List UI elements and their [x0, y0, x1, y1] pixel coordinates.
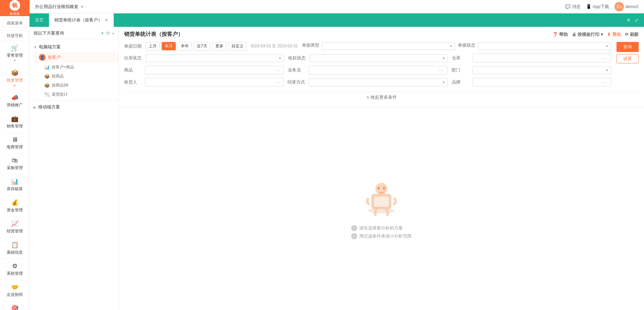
- date-btn-custom[interactable]: 自定义: [228, 42, 247, 50]
- download-icon: 📱: [586, 4, 591, 9]
- out-status-select[interactable]: ▾: [146, 54, 284, 62]
- receipt-status-select[interactable]: ▾: [310, 54, 448, 62]
- out-status-arrow: ▾: [279, 56, 281, 60]
- svg-point-5: [383, 187, 385, 190]
- tree-node-by-goods-99[interactable]: 📦 按商品99: [35, 81, 118, 90]
- filter-row-consignee: 收货人 ··· 结算方式 ▾ 品牌: [124, 78, 611, 87]
- date-btn-last-7days[interactable]: 近7天: [194, 42, 210, 50]
- settlement-arrow: ▾: [443, 80, 445, 85]
- tree-section-divider: [30, 100, 118, 101]
- refresh-button[interactable]: ⟳ 刷新: [625, 32, 639, 38]
- system-icon: ⚙: [12, 262, 17, 270]
- top-nav-dropdown-arrow[interactable]: ▾: [81, 4, 83, 9]
- retail-icon: 🛒: [11, 44, 18, 52]
- message-button[interactable]: 💬 消息: [565, 4, 581, 10]
- top-nav-right: 💬 消息 📱 App下载 Ea demo2: [565, 2, 639, 11]
- logo-icon: 畅: [9, 0, 20, 11]
- bill-status-select[interactable]: ▾: [478, 42, 611, 50]
- sidebar-item-ecommerce[interactable]: 🖥 电商管理: [0, 133, 29, 154]
- settlement-label: 结算方式: [287, 79, 305, 85]
- collapse-more-conditions-button[interactable]: ∧ 收起更多条件: [124, 91, 639, 103]
- refresh-scheme-icon[interactable]: ⟳: [106, 31, 110, 36]
- sidebar-item-label: 企业协同: [7, 292, 23, 298]
- sidebar-item-marketing[interactable]: 📣 营销推广: [0, 91, 29, 112]
- tab-close-button[interactable]: ✕: [104, 17, 108, 23]
- tab-window-controls: ✕ ⤢: [621, 17, 644, 23]
- tree-node-by-customer[interactable]: 👤 按客户: [35, 52, 118, 63]
- add-scheme-button[interactable]: +: [101, 30, 104, 36]
- quick-nav-label: 快捷导航: [0, 31, 29, 41]
- customer-goods-label: 按客户+商品: [52, 64, 74, 70]
- date-btn-more[interactable]: 更多: [212, 42, 226, 50]
- salesperson-select[interactable]: ···: [309, 66, 447, 74]
- goods-icon: 📦: [44, 74, 50, 79]
- wholesale-icon: 📦: [11, 69, 18, 76]
- brand-select[interactable]: ···: [473, 78, 611, 87]
- settlement-select[interactable]: ▾: [309, 79, 447, 86]
- date-btn-this-month[interactable]: 本月: [162, 42, 176, 50]
- print-dropdown-arrow[interactable]: ▾: [601, 32, 603, 37]
- filter-row-goods: 商品 ··· 业务员 ··· 部门: [124, 66, 611, 74]
- sidebar-item-operations[interactable]: 📈 经营管理: [0, 217, 29, 238]
- warehouse-select[interactable]: ···: [473, 54, 611, 62]
- app-download-button[interactable]: 📱 App下载: [586, 4, 609, 10]
- bill-type-label: 单据类型: [302, 42, 319, 50]
- empty-state: 1 请先选择要分析的方案 2 用过滤条件来缩小分析范围: [119, 107, 644, 310]
- help-button[interactable]: ❓ 帮助: [552, 32, 568, 38]
- sidebar-item-sales[interactable]: 💼 销售管理: [0, 112, 29, 133]
- sidebar-item-system[interactable]: ⚙ 系统管理: [0, 259, 29, 280]
- right-panel: 销货单统计表（按客户） ❓ 帮助 🖨 按模板打印 ▾ ⬇: [119, 27, 644, 310]
- export-button[interactable]: ⬇ 导出: [607, 32, 621, 38]
- tree-node-by-goods[interactable]: 📦 按商品: [35, 72, 118, 81]
- empty-state-illustration: [361, 177, 401, 217]
- search-menu-button[interactable]: 搜索菜单: [2, 19, 27, 28]
- refresh-icon: ⟳: [625, 32, 629, 37]
- collapse-panel-icon[interactable]: «: [112, 31, 114, 36]
- sidebar-item-inventory[interactable]: 📊 库存核算: [0, 174, 29, 196]
- warehouse-label: 仓库: [452, 55, 469, 61]
- enterprise-icon: 🤝: [11, 283, 18, 291]
- tree-node-mobile-schemes[interactable]: ▶ 移动端方案: [30, 102, 118, 112]
- sidebar-item-retail[interactable]: 🛒 零售管理 ▾: [0, 41, 29, 66]
- tree-node-return-stats[interactable]: 📉 退货统计: [35, 90, 118, 99]
- tab-sales-stats-label: 销货单统计表（按客户）: [54, 17, 102, 23]
- tab-sales-stats[interactable]: 销货单统计表（按客户） ✕: [49, 13, 114, 27]
- sidebar-item-basic[interactable]: 📋 基础信息: [0, 238, 29, 259]
- sidebar-item-purchase[interactable]: 🛍 采购管理: [0, 154, 29, 174]
- template-print-button[interactable]: 🖨 按模板打印 ▾: [572, 32, 603, 38]
- query-button[interactable]: 查询: [616, 42, 639, 52]
- sidebar-search-area: 搜索菜单: [0, 16, 29, 31]
- bill-status-label: 单据状态: [458, 42, 475, 50]
- sidebar-item-finance[interactable]: 💰 资金管理: [0, 196, 29, 217]
- message-icon: 💬: [565, 4, 571, 9]
- goods-label: 按商品: [52, 73, 64, 79]
- settings-button[interactable]: 设置: [616, 54, 639, 63]
- salesperson-label: 业务员: [288, 67, 305, 73]
- tab-home[interactable]: 首页: [30, 13, 49, 27]
- sidebar-item-wholesale[interactable]: 📦 批发管理 ▴: [0, 66, 29, 91]
- sidebar-item-enterprise[interactable]: 🤝 企业协同: [0, 280, 29, 301]
- bill-type-arrow: ▾: [450, 44, 452, 48]
- maximize-window-icon[interactable]: ⤢: [635, 17, 639, 23]
- tree-node-by-customer-goods[interactable]: 📊 按客户+商品: [35, 63, 118, 72]
- page-title-actions: ❓ 帮助 🖨 按模板打印 ▾ ⬇ 导出 ⟳: [552, 32, 639, 38]
- bill-type-select[interactable]: ▾: [322, 42, 455, 50]
- user-profile-button[interactable]: Ea demo2: [614, 2, 639, 11]
- sidebar-item-label: 采购管理: [7, 165, 23, 171]
- sidebar-item-label: 经营管理: [7, 228, 23, 234]
- tree-node-pc-schemes[interactable]: ▼ 电脑端方案: [30, 42, 118, 52]
- close-window-icon[interactable]: ✕: [627, 17, 631, 23]
- app-subtitle: 标准版: [10, 11, 20, 16]
- salesperson-dots: ···: [438, 67, 444, 73]
- department-select[interactable]: ▾: [472, 66, 611, 74]
- date-btn-this-year[interactable]: 本年: [178, 42, 192, 50]
- date-btn-last-month[interactable]: 上月: [146, 42, 160, 50]
- top-nav: 办公用品行业模拟账套 ▾ 💬 消息 📱 App下载 Ea demo2: [30, 0, 644, 13]
- goods99-icon: 📦: [44, 83, 50, 88]
- finance-icon: 💰: [11, 199, 18, 206]
- left-panel-title: 按以下方案查询: [34, 30, 64, 36]
- sidebar-item-newbie[interactable]: 🎯 新手引导: [0, 301, 29, 310]
- sidebar-item-label: 库存核算: [7, 186, 23, 192]
- goods-select[interactable]: ···: [145, 66, 284, 74]
- consignee-select[interactable]: ···: [145, 78, 283, 87]
